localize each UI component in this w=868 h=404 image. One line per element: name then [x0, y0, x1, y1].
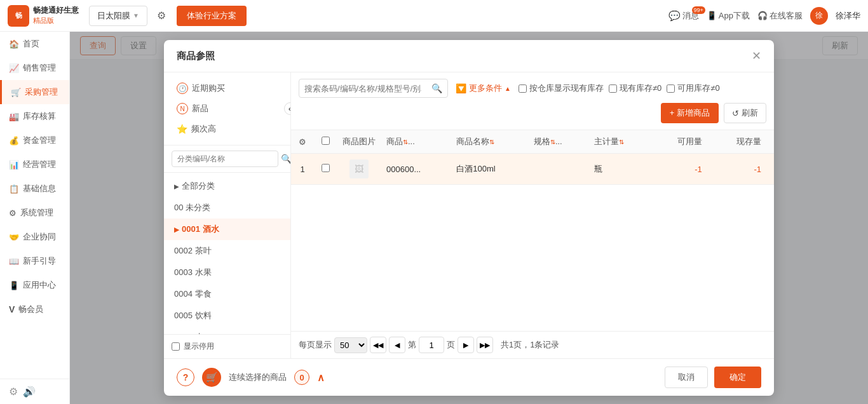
online-service-btn[interactable]: 🎧 在线客服	[757, 10, 803, 22]
sidebar-label-home: 首页	[23, 38, 39, 50]
gear-button[interactable]: ⚙	[151, 6, 172, 26]
logo-line2: 精品版	[33, 16, 79, 25]
checkbox-warehouse-input[interactable]	[519, 84, 527, 93]
show-disabled-label[interactable]: 显示停用	[184, 341, 214, 352]
cell-code: 000600...	[381, 154, 451, 185]
quick-item-frequent[interactable]: ⭐ 频次高	[172, 119, 283, 138]
cat-liquor[interactable]: ▶ 0001 酒水	[164, 219, 290, 240]
cat-uncategorized[interactable]: 00 未分类	[164, 197, 290, 219]
new-icon: N	[177, 103, 188, 114]
cell-check[interactable]	[314, 154, 337, 185]
sidebar-item-sales[interactable]: 📈 销售管理	[0, 56, 69, 80]
add-product-btn[interactable]: + 新增商品	[661, 103, 719, 123]
page-size-select[interactable]: 10 20 50 100	[334, 337, 367, 353]
sidebar-item-business[interactable]: 📊 经营管理	[0, 152, 69, 177]
sidebar-item-system[interactable]: ⚙ 系统管理	[0, 201, 69, 225]
volume-icon[interactable]: 🔊	[23, 386, 36, 398]
cell-spec	[529, 154, 590, 185]
confirm-btn[interactable]: 确定	[714, 367, 761, 388]
sidebar-item-finance[interactable]: 💰 资金管理	[0, 128, 69, 152]
col-name[interactable]: 商品名称⇅	[451, 130, 529, 154]
cat-snack[interactable]: 0004 零食	[164, 283, 290, 305]
cat-beverage[interactable]: 0005 饮料	[164, 305, 290, 327]
trial-button[interactable]: 体验行业方案	[177, 6, 247, 26]
cell-stock: -1	[707, 154, 774, 185]
show-disabled-checkbox[interactable]	[172, 342, 180, 351]
sidebar-bottom: ⚙ 🔊	[0, 379, 69, 404]
apps-icon: 📱	[9, 281, 19, 290]
cat-water[interactable]: 0008 水	[164, 327, 290, 334]
sidebar-item-basic-info[interactable]: 📋 基础信息	[0, 177, 69, 201]
help-btn[interactable]: ?	[177, 368, 194, 386]
category-search-input[interactable]	[172, 151, 278, 167]
cat-tea[interactable]: 0002 茶叶	[164, 240, 290, 262]
sidebar-label-member: 畅会员	[18, 304, 43, 315]
sidebar-item-enterprise[interactable]: 🤝 企业协同	[0, 225, 69, 249]
sidebar-item-guide[interactable]: 📖 新手引导	[0, 249, 69, 273]
search-icon[interactable]: 🔍	[281, 154, 291, 164]
messages-btn[interactable]: 💬 消息 99+	[668, 10, 699, 22]
checkbox-available-input[interactable]	[667, 84, 675, 93]
next-page-btn[interactable]: ▶	[458, 337, 474, 353]
selected-count-badge: 0	[294, 370, 309, 385]
checkbox-stock-neq0[interactable]: 现有库存≠0	[609, 83, 661, 94]
col-stock[interactable]: 现存量	[707, 130, 774, 154]
checkbox-stock-input[interactable]	[609, 84, 617, 93]
sidebar-item-member[interactable]: V 畅会员	[0, 297, 69, 321]
selected-count: 0	[299, 373, 304, 382]
sidebar-item-purchase[interactable]: 🛒 采购管理	[0, 80, 69, 104]
table-gear-icon[interactable]: ⚙	[299, 137, 306, 147]
sidebar-item-apps[interactable]: 📱 应用中心	[0, 273, 69, 297]
dropdown-selector[interactable]: 日太阳膜 ▼	[89, 6, 147, 26]
quick-items-section: 🕐 近期购买 N 新品 ⭐ 频次高	[164, 72, 290, 145]
sidebar: 🏠 首页 📈 销售管理 🛒 采购管理 🏭 库存核算 💰 资金管理 📊 经营管理 …	[0, 32, 70, 404]
filter-label: 更多条件	[469, 83, 502, 94]
sidebar-item-inventory[interactable]: 🏭 库存核算	[0, 104, 69, 128]
username[interactable]: 徐泽华	[836, 10, 860, 22]
sidebar-label-business: 经营管理	[23, 159, 56, 170]
sidebar-label-system: 系统管理	[20, 207, 53, 219]
cat-all-arrow: ▶	[174, 183, 179, 190]
settings-bottom-icon[interactable]: ⚙	[9, 386, 18, 398]
first-page-btn[interactable]: ◀◀	[370, 337, 386, 353]
cat-fruit[interactable]: 0003 水果	[164, 262, 290, 283]
purchase-icon: 🛒	[11, 88, 21, 97]
prev-page-btn[interactable]: ◀	[389, 337, 405, 353]
select-all-checkbox[interactable]	[322, 137, 330, 145]
filter-btn[interactable]: 🔽 更多条件 ▲	[453, 83, 513, 94]
system-icon: ⚙	[9, 208, 17, 218]
inventory-icon: 🏭	[9, 112, 19, 121]
top-nav: 畅 畅捷通好生意 精品版 日太阳膜 ▼ ⚙ 体验行业方案 💬 消息 99+ 📱 …	[0, 0, 868, 32]
quick-item-new[interactable]: N 新品	[172, 99, 283, 118]
cat-all[interactable]: ▶ 全部分类	[164, 175, 290, 197]
sidebar-item-home[interactable]: 🏠 首页	[0, 32, 69, 56]
last-page-btn[interactable]: ▶▶	[477, 337, 493, 353]
app-download-btn[interactable]: 📱 App下载	[707, 10, 750, 22]
sidebar-label-inventory: 库存核算	[23, 111, 56, 122]
col-code[interactable]: 商品⇅...	[381, 130, 451, 154]
refresh-label: 刷新	[742, 107, 758, 119]
col-unit[interactable]: 主计量⇅	[589, 130, 652, 154]
checkbox-available-neq0[interactable]: 可用库存≠0	[667, 83, 719, 94]
collapse-btn[interactable]: «	[284, 102, 291, 115]
table-row[interactable]: 1 🖼	[291, 154, 774, 185]
col-gear[interactable]: ⚙	[291, 130, 314, 154]
row-checkbox[interactable]	[322, 164, 330, 172]
product-search-btn[interactable]: 🔍	[426, 83, 447, 93]
filter-icon: 🔽	[456, 83, 466, 93]
col-spec[interactable]: 规格⇅...	[529, 130, 590, 154]
message-icon: 💬	[668, 10, 681, 22]
checkbox-warehouse[interactable]: 按仓库显示现有库存	[519, 83, 604, 94]
col-available[interactable]: 可用量	[652, 130, 707, 154]
page-input[interactable]	[419, 337, 444, 353]
cancel-btn[interactable]: 取消	[665, 367, 708, 388]
close-icon[interactable]: ✕	[752, 49, 761, 63]
refresh-btn[interactable]: ↺ 刷新	[724, 103, 766, 123]
up-icon[interactable]: ∧	[317, 372, 325, 384]
product-search-input[interactable]	[299, 84, 426, 93]
cart-icon-btn[interactable]: 🛒	[202, 368, 221, 387]
dropdown-label: 日太阳膜	[97, 10, 130, 22]
quick-item-recent[interactable]: 🕐 近期购买	[172, 79, 283, 98]
logo-char: 畅	[15, 12, 22, 19]
category-list: ▶ 全部分类 00 未分类 ▶ 0001 酒水 0002 茶	[164, 173, 290, 334]
